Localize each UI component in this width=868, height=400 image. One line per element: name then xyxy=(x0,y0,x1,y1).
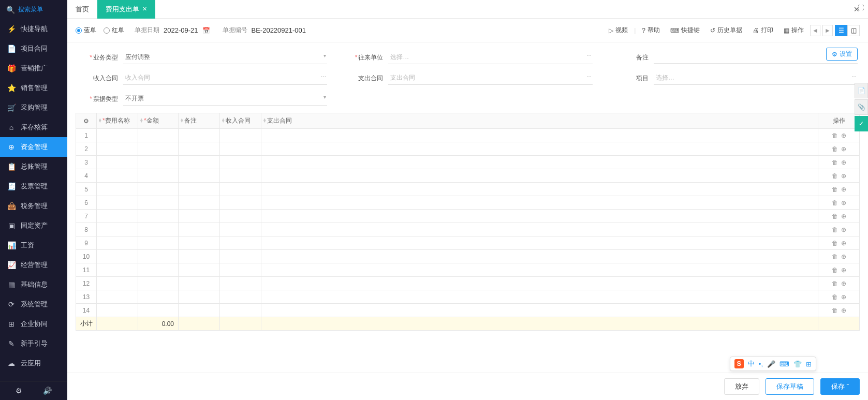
discard-button[interactable]: 放弃 xyxy=(724,378,759,395)
delete-icon[interactable]: 🗑 xyxy=(832,226,838,233)
cell-amount[interactable] xyxy=(138,304,179,317)
cell-income[interactable] xyxy=(220,223,261,236)
table-row[interactable]: 7🗑⊕ xyxy=(76,210,860,223)
cell-income[interactable] xyxy=(220,290,261,304)
video-button[interactable]: ▷视频 xyxy=(605,24,632,37)
cell-income[interactable] xyxy=(220,196,261,210)
delete-icon[interactable]: 🗑 xyxy=(832,199,838,206)
copy-icon[interactable]: ⊕ xyxy=(841,266,846,274)
cell-name[interactable] xyxy=(97,236,138,250)
sidebar-item-3[interactable]: ⭐销售管理 xyxy=(0,78,67,98)
cell-remark[interactable] xyxy=(179,183,220,196)
settings-icon[interactable]: ⚙ xyxy=(16,387,22,395)
table-row[interactable]: 12🗑⊕ xyxy=(76,277,860,290)
cell-expense[interactable] xyxy=(261,210,818,223)
cell-expense[interactable] xyxy=(261,156,818,169)
help-button[interactable]: ?帮助 xyxy=(638,24,664,37)
cell-income[interactable] xyxy=(220,129,261,142)
cell-expense[interactable] xyxy=(261,236,818,250)
delete-icon[interactable]: 🗑 xyxy=(832,159,838,166)
prev-record-button[interactable]: ◄ xyxy=(810,25,820,36)
table-row[interactable]: 13🗑⊕ xyxy=(76,290,860,304)
cell-income[interactable] xyxy=(220,210,261,223)
cell-amount[interactable] xyxy=(138,142,179,156)
cell-name[interactable] xyxy=(97,210,138,223)
copy-icon[interactable]: ⊕ xyxy=(841,199,846,206)
col-expense[interactable]: ▴▾支出合同 xyxy=(261,113,818,129)
save-button[interactable]: 保存ˆ xyxy=(820,378,860,395)
cell-amount[interactable] xyxy=(138,263,179,277)
copy-icon[interactable]: ⊕ xyxy=(841,253,846,260)
col-name[interactable]: ▴▾*费用名称 xyxy=(97,113,138,129)
sidebar-item-16[interactable]: ✎新手引导 xyxy=(0,334,67,353)
cell-amount[interactable] xyxy=(138,183,179,196)
col-income[interactable]: ▴▾收入合同 xyxy=(220,113,261,129)
cell-income[interactable] xyxy=(220,156,261,169)
cell-name[interactable] xyxy=(97,277,138,290)
next-record-button[interactable]: ► xyxy=(822,25,833,36)
sidebar-item-1[interactable]: 📄项目合同 xyxy=(0,39,67,58)
cell-amount[interactable] xyxy=(138,196,179,210)
side-tool-attach[interactable]: 📎 xyxy=(855,99,868,115)
view-card-button[interactable]: ◫ xyxy=(847,25,860,36)
delete-icon[interactable]: 🗑 xyxy=(832,307,838,314)
cell-expense[interactable] xyxy=(261,196,818,210)
copy-icon[interactable]: ⊕ xyxy=(841,293,846,301)
ime-mic-icon[interactable]: 🎤 xyxy=(767,360,775,368)
cell-expense[interactable] xyxy=(261,142,818,156)
cell-remark[interactable] xyxy=(179,250,220,263)
cell-amount[interactable] xyxy=(138,156,179,169)
ime-lang[interactable]: 中 xyxy=(748,359,755,368)
delete-icon[interactable]: 🗑 xyxy=(832,240,838,247)
cell-name[interactable] xyxy=(97,250,138,263)
sidebar-item-0[interactable]: ⚡快捷导航 xyxy=(0,19,67,39)
cell-remark[interactable] xyxy=(179,263,220,277)
copy-icon[interactable]: ⊕ xyxy=(841,186,846,193)
col-amount[interactable]: ▴▾*金额 xyxy=(138,113,179,129)
save-draft-button[interactable]: 保存草稿 xyxy=(766,378,814,395)
cell-remark[interactable] xyxy=(179,304,220,317)
calendar-icon[interactable]: 📅 xyxy=(202,27,210,34)
sidebar-item-6[interactable]: ⊕资金管理 xyxy=(0,137,67,157)
sidebar-item-15[interactable]: ⊞企业协同 xyxy=(0,314,67,334)
cell-expense[interactable] xyxy=(261,290,818,304)
sidebar-item-4[interactable]: 🛒采购管理 xyxy=(0,98,67,117)
delete-icon[interactable]: 🗑 xyxy=(832,186,838,193)
cell-remark[interactable] xyxy=(179,236,220,250)
table-row[interactable]: 9🗑⊕ xyxy=(76,236,860,250)
radio-blue[interactable]: 蓝单 xyxy=(76,26,96,35)
sidebar-item-13[interactable]: ▦基础信息 xyxy=(0,275,67,294)
cell-amount[interactable] xyxy=(138,277,179,290)
table-row[interactable]: 4🗑⊕ xyxy=(76,169,860,183)
cell-amount[interactable] xyxy=(138,236,179,250)
cell-amount[interactable] xyxy=(138,250,179,263)
delete-icon[interactable]: 🗑 xyxy=(832,172,838,180)
ime-bar[interactable]: S 中 •, 🎤 ⌨ 👕 ⊞ xyxy=(730,357,816,371)
cell-remark[interactable] xyxy=(179,129,220,142)
sidebar-item-7[interactable]: 📋总账管理 xyxy=(0,157,67,176)
cell-name[interactable] xyxy=(97,196,138,210)
cell-amount[interactable] xyxy=(138,129,179,142)
table-row[interactable]: 1🗑⊕ xyxy=(76,129,860,142)
cell-remark[interactable] xyxy=(179,169,220,183)
side-tool-note[interactable]: 📄 xyxy=(855,83,868,98)
sidebar-item-14[interactable]: ⟳系统管理 xyxy=(0,294,67,314)
cell-expense[interactable] xyxy=(261,223,818,236)
cell-income[interactable] xyxy=(220,169,261,183)
copy-icon[interactable]: ⊕ xyxy=(841,240,846,247)
project-select[interactable]: 选择…⋯ xyxy=(654,71,858,85)
cell-expense[interactable] xyxy=(261,183,818,196)
sidebar-item-10[interactable]: ▣固定资产 xyxy=(0,216,67,235)
gear-column[interactable]: ⚙ xyxy=(76,113,97,129)
cell-amount[interactable] xyxy=(138,210,179,223)
cell-expense[interactable] xyxy=(261,277,818,290)
cell-expense[interactable] xyxy=(261,304,818,317)
cell-income[interactable] xyxy=(220,183,261,196)
sidebar-item-8[interactable]: 🧾发票管理 xyxy=(0,176,67,196)
invoice-select[interactable]: 不开票▾ xyxy=(123,92,327,106)
print-button[interactable]: 🖨打印 xyxy=(748,24,777,37)
sidebar-item-2[interactable]: 🎁营销推广 xyxy=(0,58,67,78)
cell-expense[interactable] xyxy=(261,263,818,277)
copy-icon[interactable]: ⊕ xyxy=(841,213,846,220)
sidebar-item-12[interactable]: 📈经营管理 xyxy=(0,255,67,275)
